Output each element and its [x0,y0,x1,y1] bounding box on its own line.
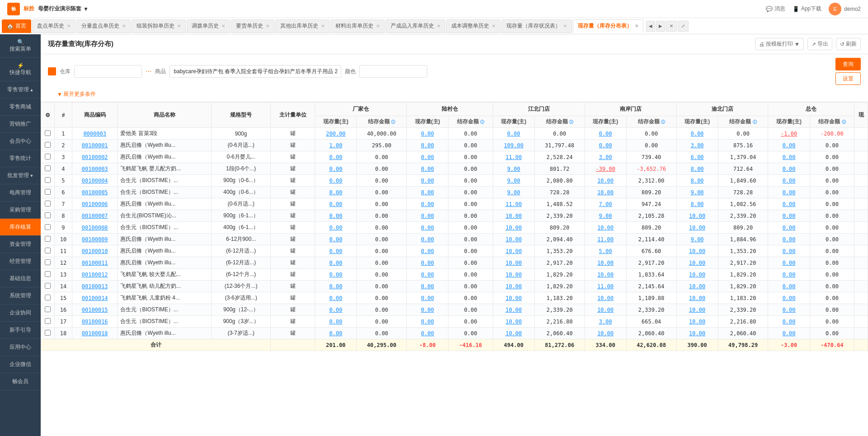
checkbox[interactable] [45,295,51,300]
row-total-qty[interactable]: 0.00 [768,269,810,281]
row-yb-qty[interactable]: 8.00 [676,175,718,187]
checkbox[interactable] [45,189,51,195]
row-checkbox[interactable] [41,163,55,175]
row-na-qty[interactable]: 5.00 [585,245,626,257]
row-na-qty[interactable]: 10.00 [585,328,626,339]
sidebar-item-wholesale[interactable]: 批发管理 ▼ [0,167,41,184]
checkbox[interactable] [45,130,51,136]
row-total-qty[interactable]: 0.00 [768,175,810,187]
sidebar-item-retail-mgmt[interactable]: 零售管理 ▲ [0,81,41,98]
row-checkbox[interactable] [41,292,55,304]
row-na-qty[interactable]: 11.00 [585,234,626,245]
sidebar-item-inventory[interactable]: 库存核算 [0,219,41,236]
print-btn[interactable]: 🖨 按模板打印 ▼ [755,38,804,50]
row-yb-qty[interactable]: 10.00 [676,245,718,257]
row-jb-qty[interactable]: 10.00 [493,269,534,281]
row-code[interactable]: 00100005 [72,187,117,198]
row-checkbox[interactable] [41,328,55,339]
company-dropdown[interactable]: 母婴行业演示陈套 ▼ [38,5,89,13]
row-cf-qty[interactable]: 0.00 [315,163,357,175]
nav-close-all[interactable]: ✕ [666,21,677,32]
tab-yaohuo[interactable]: 要货单历史 ✕ [231,19,274,33]
row-na-qty[interactable]: -39.00 [585,163,626,175]
row-total-qty[interactable]: 0.00 [768,151,810,163]
close-tab-xiancun-status[interactable]: ✕ [563,23,567,28]
row-lc-qty[interactable]: 0.00 [407,257,448,269]
warehouse-dots[interactable]: ··· [146,67,151,75]
row-cf-qty[interactable]: 0.00 [315,304,357,316]
row-lc-qty[interactable]: 0.00 [407,292,448,304]
row-checkbox[interactable] [41,175,55,187]
row-na-qty[interactable]: 9.00 [585,210,626,222]
row-cf-qty[interactable]: 0.00 [315,316,357,328]
sidebar-item-nav[interactable]: ⚡ 快捷导航 [0,58,41,81]
sidebar-item-member[interactable]: 会员中心 [0,133,41,150]
sidebar-item-purchase[interactable]: 采购管理 [0,202,41,219]
row-total-qty[interactable]: 0.00 [768,234,810,245]
row-cf-qty[interactable]: 0.00 [315,328,357,339]
row-jb-qty[interactable]: 10.00 [493,292,534,304]
checkbox[interactable] [45,212,51,218]
row-yb-qty[interactable]: 9.00 [676,187,718,198]
row-total-qty[interactable]: 0.00 [768,210,810,222]
nav-prev[interactable]: ◀ [646,21,655,32]
row-lc-qty[interactable]: 0.00 [407,328,448,339]
row-cf-qty[interactable]: 0.00 [315,234,357,245]
sidebar-item-system[interactable]: 系统管理 [0,287,41,305]
row-cf-qty[interactable]: 1.00 [315,140,357,151]
row-checkbox[interactable] [41,257,55,269]
tab-xiancun-status[interactable]: 现存量（库存状况表） ✕ [501,19,572,33]
row-code[interactable]: 00100015 [72,304,117,316]
tab-cailiao[interactable]: 材料出库单历史 ✕ [330,19,385,33]
row-jb-qty[interactable]: 10.00 [493,304,534,316]
row-lc-qty[interactable]: 0.00 [407,304,448,316]
row-total-qty[interactable]: 0.00 [768,140,810,151]
close-tab-cailiao[interactable]: ✕ [376,23,380,28]
tab-xiancun-dist[interactable]: 现存量（库存分布表） ✕ [573,19,643,33]
row-cf-qty[interactable]: 200.00 [315,128,357,140]
row-na-qty[interactable]: 11.00 [585,281,626,292]
sidebar-item-ecommerce[interactable]: 电商管理 [0,184,41,202]
row-code[interactable]: 00100004 [72,175,117,187]
row-na-qty[interactable]: 10.00 [585,257,626,269]
setting-button[interactable]: 设置 [835,72,861,85]
tab-diaob[interactable]: 调拨单历史 ✕ [187,19,230,33]
sidebar-item-guide[interactable]: 新手引导 [0,322,41,339]
checkbox[interactable] [45,165,51,171]
close-tab-yaohuo[interactable]: ✕ [266,23,269,28]
row-cf-qty[interactable]: 0.00 [315,292,357,304]
row-lc-qty[interactable]: 0.00 [407,269,448,281]
checkbox[interactable] [45,248,51,253]
row-total-qty[interactable]: 0.00 [768,187,810,198]
goods-input[interactable] [170,65,341,78]
row-na-qty[interactable]: 10.00 [585,292,626,304]
sidebar-item-retail-stats[interactable]: 零售统计 [0,150,41,167]
checkbox[interactable] [45,201,51,206]
row-code[interactable]: 00100016 [72,316,117,328]
refresh-btn[interactable]: ↺ 刷新 [836,38,861,50]
table-container[interactable]: ⚙ # 商品编码 商品名称 规格型号 主计量单位 厂家仓 陆村仓 江北门店 南岸… [41,102,868,436]
row-na-qty[interactable]: 10.00 [585,304,626,316]
row-jb-qty[interactable]: 9.00 [493,187,534,198]
close-tab-qita[interactable]: ✕ [321,23,325,28]
row-jb-qty[interactable]: 10.00 [493,210,534,222]
nav-fullscreen[interactable]: ⤢ [678,21,689,32]
row-code[interactable]: 00100002 [72,151,117,163]
row-jb-qty[interactable]: 10.00 [493,281,534,292]
row-checkbox[interactable] [41,234,55,245]
row-total-qty[interactable]: 0.00 [768,292,810,304]
row-na-qty[interactable]: 10.00 [585,175,626,187]
export-btn[interactable]: ↗ 导出 [807,38,832,50]
checkbox[interactable] [45,306,51,312]
tab-pandian[interactable]: 盘点单历史 ✕ [32,19,75,33]
row-na-qty[interactable]: 10.00 [585,269,626,281]
th-settings[interactable]: ⚙ [41,103,55,128]
row-yb-qty[interactable]: 6.00 [676,151,718,163]
row-code[interactable]: 00100008 [72,222,117,234]
row-lc-qty[interactable]: 0.00 [407,163,448,175]
row-jb-qty[interactable]: 9.00 [493,175,534,187]
row-jb-qty[interactable]: 10.00 [493,245,534,257]
checkbox[interactable] [45,330,51,336]
row-jb-qty[interactable]: 9.00 [493,163,534,175]
row-yb-qty[interactable]: 10.00 [676,269,718,281]
